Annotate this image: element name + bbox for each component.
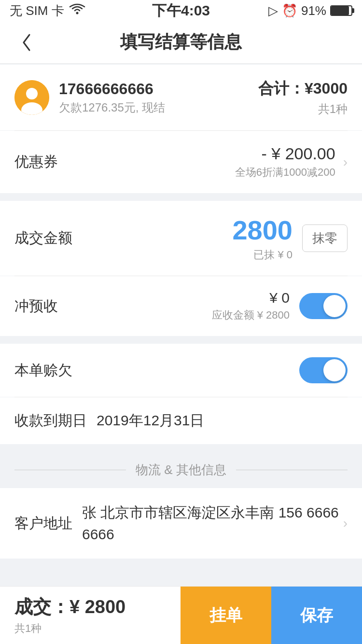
- address-row[interactable]: 客户地址 张 北京市市辖区海淀区永丰南 156 6666 6666 ›: [0, 488, 362, 559]
- logistics-section-title: 物流 & 其他信息: [136, 462, 226, 478]
- header: 填写结算等信息: [0, 21, 362, 64]
- svg-point-2: [26, 88, 38, 99]
- deal-amount-value: 2800: [232, 214, 292, 246]
- pre-collect-label: 冲预收: [14, 296, 58, 316]
- divider-2: [0, 193, 362, 201]
- deal-amount-label: 成交金额: [14, 228, 72, 248]
- section-line-left: [14, 470, 126, 470]
- user-info-card: 17666666666 欠款1276.35元, 现结 合计：¥3000 共1种: [0, 65, 362, 130]
- address-label: 客户地址: [14, 514, 72, 533]
- round-zero-button[interactable]: 抹零: [302, 224, 348, 252]
- total-label: 合计：¥3000: [258, 78, 348, 99]
- alarm-icon: ⏰: [282, 3, 297, 18]
- svg-point-0: [76, 12, 78, 14]
- coupon-chevron-icon: ›: [343, 154, 348, 170]
- coupon-row[interactable]: 优惠券 - ¥ 200.00 全场6折满1000减200 ›: [0, 131, 362, 193]
- hang-single-button[interactable]: 挂单: [181, 587, 271, 644]
- wifi-icon: [69, 3, 85, 18]
- carrier-text: 无 SIM 卡: [10, 2, 64, 19]
- pre-collect-amount-container: ¥ 0 应收金额 ¥ 2800: [212, 290, 290, 322]
- due-date-row: 收款到期日 2019年12月31日: [0, 397, 362, 444]
- arrears-toggle-knob: [323, 359, 346, 381]
- deal-amount-right: 2800 已抹 ¥ 0 抹零: [232, 214, 348, 262]
- arrears-toggle[interactable]: [299, 357, 348, 383]
- total-count: 共1种: [258, 101, 348, 117]
- bottom-deal-info: 成交：¥ 2800: [14, 595, 166, 619]
- status-time: 下午4:03: [152, 1, 210, 21]
- pre-collect-right: ¥ 0 应收金额 ¥ 2800: [212, 290, 348, 322]
- coupon-value: - ¥ 200.00: [235, 144, 335, 163]
- user-info: 17666666666 欠款1276.35元, 现结: [59, 80, 165, 115]
- user-phone: 17666666666: [59, 80, 165, 98]
- location-icon: ▷: [268, 3, 278, 18]
- bottom-summary: 成交：¥ 2800 共1种: [0, 595, 181, 636]
- save-button[interactable]: 保存: [271, 587, 362, 644]
- bottom-count: 共1种: [14, 621, 166, 636]
- arrears-label: 本单赊欠: [14, 361, 72, 380]
- bottom-deal-label: 成交：: [14, 597, 70, 617]
- deal-amount-sub: 已抹 ¥ 0: [232, 248, 292, 262]
- avatar: [14, 80, 49, 115]
- arrears-row: 本单赊欠: [0, 344, 362, 397]
- bottom-bar: 成交：¥ 2800 共1种 挂单 保存: [0, 586, 362, 644]
- coupon-desc: 全场6折满1000减200: [235, 165, 335, 180]
- logistics-section-header: 物流 & 其他信息: [0, 452, 362, 488]
- coupon-label: 优惠券: [14, 152, 58, 172]
- pre-collect-row: 冲预收 ¥ 0 应收金额 ¥ 2800: [0, 276, 362, 336]
- battery-icon: [330, 5, 352, 16]
- deal-amount-row: 成交金额 2800 已抹 ¥ 0 抹零: [0, 201, 362, 276]
- divider-6: [0, 444, 362, 452]
- address-chevron-icon: ›: [343, 516, 348, 531]
- page-title: 填写结算等信息: [39, 30, 323, 54]
- address-value: 张 北京市市辖区海淀区永丰南 156 6666 6666: [82, 502, 343, 545]
- bottom-deal-amount: ¥ 2800: [70, 597, 125, 617]
- divider-4: [0, 336, 362, 344]
- status-bar: 无 SIM 卡 下午4:03 ▷ ⏰ 91%: [0, 0, 362, 21]
- status-left: 无 SIM 卡: [10, 2, 85, 19]
- coupon-value-container: - ¥ 200.00 全场6折满1000减200: [235, 144, 335, 180]
- pre-collect-sub: 应收金额 ¥ 2800: [212, 308, 290, 322]
- due-date-value: 2019年12月31日: [97, 411, 204, 431]
- coupon-right: - ¥ 200.00 全场6折满1000减200 ›: [235, 144, 348, 180]
- battery-text: 91%: [301, 3, 326, 18]
- status-right: ▷ ⏰ 91%: [268, 3, 352, 18]
- pre-collect-amount: ¥ 0: [212, 290, 290, 306]
- pre-collect-toggle[interactable]: [299, 293, 348, 319]
- user-left: 17666666666 欠款1276.35元, 现结: [14, 80, 165, 115]
- address-chevron: ›: [343, 516, 348, 531]
- deal-amount-container: 2800 已抹 ¥ 0: [232, 214, 292, 262]
- section-line-right: [236, 470, 348, 470]
- user-sub-info: 欠款1276.35元, 现结: [59, 100, 165, 115]
- due-date-label: 收款到期日: [14, 411, 87, 431]
- user-total: 合计：¥3000 共1种: [258, 78, 348, 117]
- toggle-knob: [323, 295, 346, 317]
- back-button[interactable]: [14, 30, 39, 55]
